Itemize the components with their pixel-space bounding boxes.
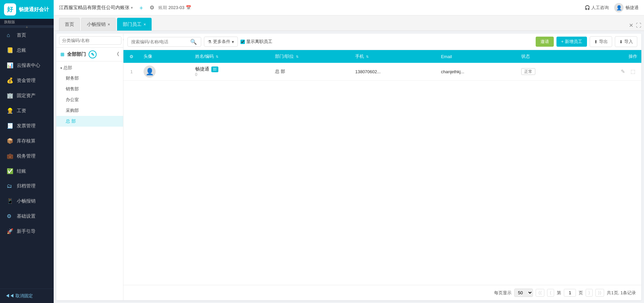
row-avatar-cell: 👤 bbox=[140, 63, 191, 81]
page-size-select[interactable]: 50 100 200 bbox=[514, 289, 533, 297]
col-name-code[interactable]: 姓名/编码 ⇅ bbox=[191, 50, 271, 63]
emp-search-box: 🔍 bbox=[127, 37, 201, 47]
sidebar-item-tax-label: 税务管理 bbox=[17, 153, 36, 159]
col-settings[interactable]: ⚙ bbox=[123, 50, 140, 63]
dept-item-office[interactable]: 办公室 bbox=[56, 94, 123, 105]
sidebar-item-reports[interactable]: 📊 云报表中心 bbox=[0, 58, 54, 73]
export-button[interactable]: ⬆ 导出 bbox=[590, 36, 612, 47]
tab-department-close[interactable]: × bbox=[144, 22, 146, 27]
dept-item-purchase[interactable]: 采购部 bbox=[56, 105, 123, 116]
sidebar-item-invoice[interactable]: 🧾 发票管理 bbox=[0, 118, 54, 133]
row-email-cell: chanjethkj... bbox=[437, 63, 517, 81]
ledger-icon: 📒 bbox=[7, 47, 13, 53]
add-employee-button[interactable]: + 新增员工 bbox=[556, 37, 587, 47]
home-icon: ⌂ bbox=[7, 32, 13, 38]
import-button[interactable]: ⬇ 导入 bbox=[615, 36, 637, 47]
sidebar-item-ledger[interactable]: 📒 总账 bbox=[0, 43, 54, 58]
company-chevron-icon: ▾ bbox=[131, 5, 133, 10]
sidebar-item-guide[interactable]: 🚀 新手引导 bbox=[0, 224, 54, 239]
tab-expense-close[interactable]: × bbox=[108, 22, 110, 27]
user-menu[interactable]: 👤 畅捷通 bbox=[614, 3, 639, 12]
sidebar-item-archive[interactable]: 🗂 归档管理 bbox=[0, 179, 54, 193]
sidebar-item-reports-label: 云报表中心 bbox=[17, 62, 40, 69]
calendar-icon[interactable]: 📅 bbox=[186, 5, 191, 10]
import-label: 导入 bbox=[624, 39, 633, 45]
sidebar-item-assets[interactable]: 🏢 固定资产 bbox=[0, 88, 54, 103]
assets-icon: 🏢 bbox=[7, 92, 13, 99]
pagination: 每页显示 50 100 200 ⟨⟨ ⟨ 第 页 ⟩ ⟩⟩ 共1页, 1条记录 bbox=[123, 285, 641, 300]
dept-collapse-button[interactable]: 《 bbox=[114, 51, 119, 57]
tab-department[interactable]: 部门员工 × bbox=[117, 18, 152, 31]
show-resigned-checkbox[interactable] bbox=[240, 40, 245, 44]
first-page-button[interactable]: ⟨⟨ bbox=[536, 289, 544, 297]
dept-item-sales[interactable]: 销售部 bbox=[56, 84, 123, 94]
support-button[interactable]: 🎧 人工咨询 bbox=[585, 5, 609, 11]
tab-expense[interactable]: 小畅报销 × bbox=[81, 18, 116, 31]
headset-icon: 🎧 bbox=[585, 5, 590, 10]
emp-search-input[interactable] bbox=[131, 39, 188, 44]
sidebar-item-checkout-label: 结账 bbox=[17, 168, 26, 174]
tab-department-label: 部门员工 bbox=[123, 21, 142, 28]
emp-search-icon[interactable]: 🔍 bbox=[190, 39, 197, 45]
dept-item-general[interactable]: 总 部 bbox=[56, 116, 123, 127]
dept-item-finance[interactable]: 财务部 bbox=[56, 73, 123, 84]
sidebar-item-expense[interactable]: 📱 小畅报销 bbox=[0, 193, 54, 209]
sidebar-item-checkout[interactable]: ✅ 结账 bbox=[0, 164, 54, 179]
sidebar-item-home-label: 首页 bbox=[17, 32, 26, 38]
reports-icon: 📊 bbox=[7, 62, 13, 69]
page-di-label: 第 bbox=[557, 290, 561, 296]
sidebar-item-inventory[interactable]: 📦 库存核算 bbox=[0, 133, 54, 148]
sidebar-item-salary[interactable]: 👷 工资 bbox=[0, 103, 54, 118]
dept-group-root[interactable]: ▾ 总部 bbox=[56, 63, 123, 73]
tabbar: 首页 小畅报销 × 部门员工 × ✕ ⛶ bbox=[54, 15, 644, 31]
sidebar-item-settings[interactable]: ⚙ 基础设置 bbox=[0, 209, 54, 224]
show-resigned-label[interactable]: 显示离职员工 bbox=[240, 39, 272, 45]
employee-dept: 总 部 bbox=[275, 69, 285, 74]
last-page-button[interactable]: ⟩⟩ bbox=[595, 289, 604, 297]
prev-page-button[interactable]: ⟨ bbox=[547, 289, 554, 297]
employee-panel: 🔍 ⚗ 更多条件 ▾ 显示离职员工 邀请 + 新增员工 ⬆ 导出 bbox=[123, 34, 641, 300]
next-page-button[interactable]: ⟩ bbox=[586, 289, 593, 297]
employee-table: ⚙ 头像 姓名/编码 ⇅ 部门/职位 ⇅ 手机 ⇅ Email 状态 操作 1 bbox=[123, 50, 641, 285]
sidebar-item-home[interactable]: ⌂ 首页 bbox=[0, 28, 54, 43]
pin-toggle-label: ◀◀ 取消固定 bbox=[5, 293, 33, 299]
support-label: 人工咨询 bbox=[591, 5, 609, 11]
dept-search-input[interactable] bbox=[59, 36, 121, 45]
delete-employee-button[interactable]: ⬚ bbox=[629, 68, 637, 75]
row-dept-cell: 总 部 bbox=[271, 63, 351, 81]
page-number-input[interactable] bbox=[564, 289, 576, 297]
archive-icon: 🗂 bbox=[7, 183, 13, 189]
more-filter-button[interactable]: ⚗ 更多条件 ▾ bbox=[204, 37, 238, 47]
col-avatar: 头像 bbox=[140, 50, 191, 63]
topbar-settings-icon[interactable]: ⚙ bbox=[150, 4, 154, 11]
sidebar-scroll-up[interactable]: ▲ bbox=[0, 25, 54, 28]
sidebar-item-guide-label: 新手引导 bbox=[17, 228, 36, 234]
invite-button[interactable]: 邀请 bbox=[536, 37, 554, 47]
col-phone[interactable]: 手机 ⇅ bbox=[351, 50, 437, 63]
sidebar-item-funds[interactable]: 💰 资金管理 bbox=[0, 73, 54, 88]
company-name: 江西服宝精品有限责任公司内账张 bbox=[59, 5, 129, 11]
add-company-button[interactable]: ＋ bbox=[137, 4, 146, 12]
table-row: 1 👤 畅捷通 部 0 bbox=[123, 63, 641, 81]
avatar: 👤 bbox=[614, 3, 624, 12]
sidebar-pin-toggle[interactable]: ◀◀ 取消固定 bbox=[0, 289, 54, 303]
tab-close-button[interactable]: ✕ bbox=[629, 22, 633, 29]
app-logo: 好 畅捷通好会计 bbox=[0, 0, 54, 19]
content-area: 🔍 ⊞ 全部部门 ✎ 《 ▾ 总部 财务部 销售部 办公室 采购部 总 部 bbox=[56, 34, 641, 300]
more-filter-label: 更多条件 bbox=[213, 39, 230, 45]
main-area: 江西服宝精品有限责任公司内账张 ▾ ＋ ⚙ 账期 2023-03 📅 🎧 人工咨… bbox=[54, 0, 644, 303]
col-dept-position[interactable]: 部门/职位 ⇅ bbox=[271, 50, 351, 63]
tax-icon: 💼 bbox=[7, 153, 13, 159]
row-phone-cell: 138070602... bbox=[351, 63, 437, 81]
col-status: 状态 bbox=[517, 50, 574, 63]
filter-icon: ⚗ bbox=[208, 39, 212, 44]
company-selector[interactable]: 江西服宝精品有限责任公司内账张 ▾ bbox=[59, 5, 133, 11]
employee-name: 畅捷通 bbox=[195, 66, 209, 72]
emp-toolbar-right: 邀请 + 新增员工 ⬆ 导出 ⬇ 导入 bbox=[536, 36, 637, 47]
dept-edit-button[interactable]: ✎ bbox=[89, 50, 97, 58]
tab-home[interactable]: 首页 bbox=[59, 18, 80, 31]
tab-expand-button[interactable]: ⛶ bbox=[636, 23, 641, 29]
sidebar-item-tax[interactable]: 💼 税务管理 bbox=[0, 148, 54, 164]
sidebar-nav: ⌂ 首页 📒 总账 📊 云报表中心 💰 资金管理 🏢 固定资产 👷 工资 🧾 发… bbox=[0, 28, 54, 289]
edit-employee-button[interactable]: ✎ bbox=[619, 68, 627, 75]
